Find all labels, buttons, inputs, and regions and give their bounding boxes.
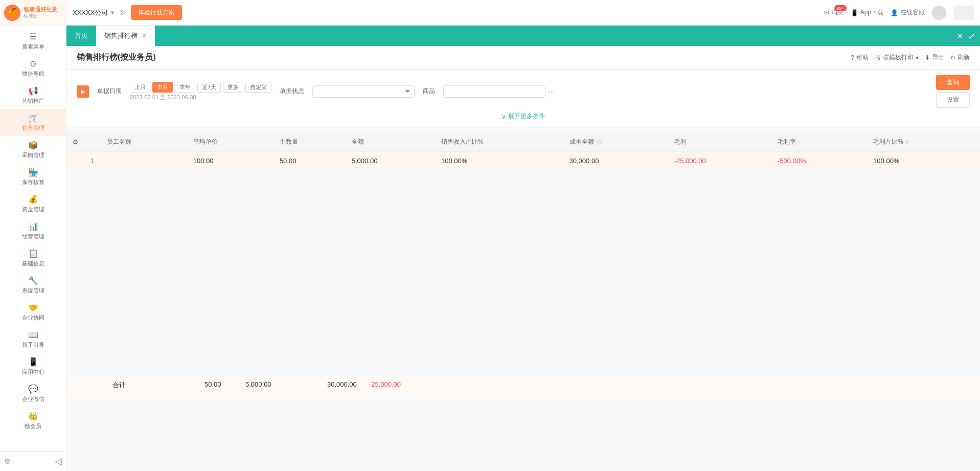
th-settings[interactable]: ⚙	[66, 132, 85, 152]
filter-toggle[interactable]: ▶	[77, 85, 89, 98]
help-icon: ?	[851, 54, 854, 61]
system-icon: 🔧	[28, 276, 38, 285]
th-profit: 毛利	[668, 132, 771, 152]
sidebar-item-appstore[interactable]: 📱应用中心	[0, 353, 66, 380]
expand-down-icon: ∨	[502, 113, 506, 120]
online-service-btn[interactable]: 👤 在线客服	[891, 8, 925, 17]
tab-sales-rank[interactable]: 销售排行榜 ✕	[96, 26, 155, 46]
sidebar-item-search[interactable]: ☰搜索菜单	[0, 28, 66, 55]
date-btn-本月[interactable]: 本月	[152, 82, 173, 93]
guide-icon: 📖	[28, 330, 38, 340]
company-name: XXXXX公司	[73, 8, 108, 17]
expand-more-btn[interactable]: ∨ 展开更多条件	[77, 108, 970, 122]
sidebar-nav: ☰搜索菜单⊙快捷导航📢营销推广🛒销售管理📦采购管理🏪库存核算💰资金管理📊经营管理…	[0, 26, 66, 451]
goods-input[interactable]	[443, 85, 545, 98]
tab-close-icon[interactable]: ✕	[142, 32, 147, 39]
footer-amount: 5,000.00	[239, 380, 280, 390]
sidebar-item-finance[interactable]: 💰资金管理	[0, 190, 66, 217]
cell-rank-0: 1	[85, 152, 101, 170]
sidebar-item-system[interactable]: 🔧系统管理	[0, 272, 66, 299]
refresh-btn[interactable]: ↻ 刷新	[950, 53, 970, 62]
date-btn-更多[interactable]: 更多	[223, 82, 243, 93]
settings-btn[interactable]: 设置	[936, 92, 970, 108]
date-btn-上月[interactable]: 上月	[130, 82, 150, 93]
logo-area: 🍊 畅康通好生意 标准版	[0, 0, 66, 26]
help-btn[interactable]: ? 帮助	[851, 53, 869, 62]
sidebar-item-operations[interactable]: 📊经营管理	[0, 217, 66, 244]
sidebar-label-inventory: 库存核算	[22, 178, 44, 186]
footer-quantity: 50.00	[198, 380, 239, 390]
sidebar-item-sales[interactable]: 🛒销售管理	[0, 109, 66, 136]
industry-btn[interactable]: 体验行业方案	[131, 5, 182, 20]
th-cost: 成本全额 ⓘ	[563, 132, 668, 152]
cost-info-icon[interactable]: ⓘ	[597, 139, 602, 145]
search-icon: ☰	[30, 32, 37, 41]
expand-label: 展开更多条件	[508, 112, 545, 121]
print-btn[interactable]: 🖨 按模板打印 ▾	[875, 53, 919, 62]
collapse-icon[interactable]: ◁	[55, 456, 62, 467]
cell-amount-0: 5,000.00	[346, 152, 435, 170]
sidebar-label-basic-info: 基础信息	[22, 260, 44, 267]
marketing-icon: 📢	[28, 86, 38, 96]
date-btn-近7天[interactable]: 近7天	[197, 82, 221, 93]
wechat-icon: 💬	[28, 384, 38, 394]
th-profit-rate: 毛利率	[771, 132, 867, 152]
table-container: ⚙ 员工名称 平均单价 主数量 全额 销售收入占比% 成本全额 ⓘ 毛利 毛利率…	[66, 132, 980, 170]
date-btn-自定义[interactable]: 自定义	[245, 82, 271, 93]
page-header: 销售排行榜(按业务员) ? 帮助 🖨 按模板打印 ▾ ⬇ 导出 ↻ 刷新	[66, 46, 980, 70]
th-name: 员工名称	[101, 132, 187, 152]
sidebar-label-finance: 资金管理	[22, 206, 44, 213]
page-content: 销售排行榜(按业务员) ? 帮助 🖨 按模板打印 ▾ ⬇ 导出 ↻ 刷新	[66, 46, 980, 471]
service-label: 在线客服	[900, 8, 925, 17]
sidebar-item-inventory[interactable]: 🏪库存核算	[0, 163, 66, 190]
avatar[interactable]	[932, 6, 946, 20]
date-btns: 上月本月本年近7天更多自定义	[130, 82, 271, 93]
export-btn[interactable]: ⬇ 导出	[925, 53, 944, 62]
status-select[interactable]	[312, 85, 415, 98]
header-row: ⚙ 员工名称 平均单价 主数量 全额 销售收入占比% 成本全额 ⓘ 毛利 毛利率…	[66, 132, 980, 152]
sidebar-footer: ⚙ ◁	[0, 451, 66, 471]
date-range: 2023-06-01 至 2023-06-30	[130, 94, 271, 101]
sidebar-item-guide[interactable]: 📖新手引导	[0, 326, 66, 353]
date-btn-本年[interactable]: 本年	[175, 82, 195, 93]
profit-pct-sort-icon[interactable]: ⇅	[905, 139, 909, 145]
company-selector[interactable]: XXXXX公司 ▾	[73, 8, 115, 17]
cell-profit-0: -25,000.00	[668, 152, 771, 170]
query-btn[interactable]: 查询	[936, 75, 970, 90]
maximize-icon[interactable]: ⤢	[968, 31, 975, 41]
finance-icon: 💰	[28, 194, 38, 204]
sidebar-item-quick-nav[interactable]: ⊙快捷导航	[0, 55, 66, 82]
settings-icon[interactable]: ⚙	[4, 457, 11, 465]
col-settings-icon[interactable]: ⚙	[73, 139, 78, 146]
settings-icon-topbar[interactable]: ⚙	[120, 9, 126, 16]
topbar-actions: ✉ 消息 99+ 📱 App下载 👤 在线客服	[824, 6, 974, 20]
cell-name-0	[101, 152, 187, 170]
sidebar-item-purchase[interactable]: 📦采购管理	[0, 136, 66, 163]
footer-cost: 30,000.00	[321, 380, 363, 390]
goods-more-icon[interactable]: ···	[549, 87, 554, 95]
sidebar-item-wechat[interactable]: 💬企业微信	[0, 380, 66, 407]
sidebar-item-basic-info[interactable]: 📋基础信息	[0, 244, 66, 272]
sidebar-item-enterprise[interactable]: 🤝企业协同	[0, 299, 66, 326]
app-icon: 📱	[851, 9, 858, 16]
footer-sales-pct	[280, 380, 321, 390]
th-rank	[85, 132, 101, 152]
home-label: 首页	[75, 31, 88, 40]
sales-icon: 🛒	[28, 113, 38, 123]
logo-icon: 🍊	[4, 5, 20, 21]
service-icon: 👤	[891, 9, 898, 16]
cell-avg-price-0: 100.00	[187, 152, 274, 170]
tab-home[interactable]: 首页	[66, 26, 96, 46]
message-btn[interactable]: ✉ 消息 99+	[824, 8, 844, 17]
tabbar: 首页 销售排行榜 ✕ ✕ ⤢	[66, 26, 980, 46]
th-amount: 全额	[346, 132, 435, 152]
app-download-btn[interactable]: 📱 App下载	[851, 8, 883, 17]
filter-row: ▶ 单据日期 上月本月本年近7天更多自定义 2023-06-01 至 2023-…	[77, 75, 970, 108]
topbar: XXXXX公司 ▾ ⚙ 体验行业方案 ✉ 消息 99+ 📱 App下载 👤 在线…	[66, 0, 980, 26]
sidebar-label-marketing: 营销推广	[22, 97, 44, 105]
date-filter-label: 单据日期	[97, 87, 122, 96]
cell-profit-rate-0: -500.00%	[771, 152, 867, 170]
sidebar-item-member[interactable]: 👑畅会员	[0, 407, 66, 434]
close-window-icon[interactable]: ✕	[956, 31, 963, 41]
sidebar-item-marketing[interactable]: 📢营销推广	[0, 82, 66, 109]
